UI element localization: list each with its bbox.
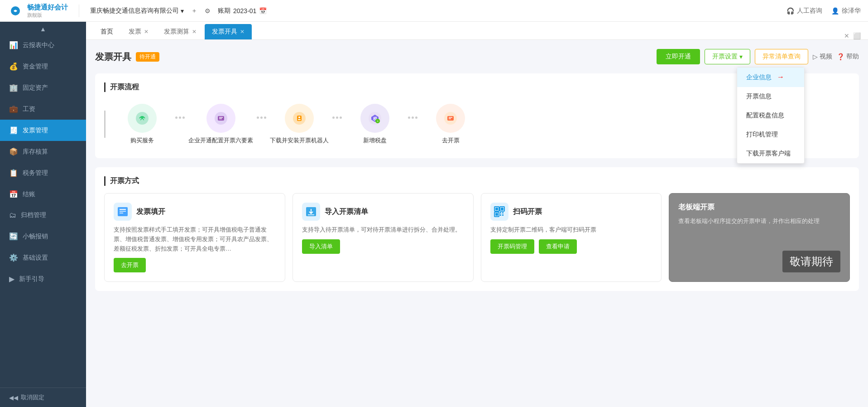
sidebar-item-label: 基础设置 <box>23 254 48 262</box>
sidebar-item-expense[interactable]: 🔄 小畅报销 <box>0 226 86 247</box>
go-invoice-button[interactable]: 去开票 <box>114 258 146 272</box>
close-tab-icon[interactable]: ✕ <box>240 29 245 35</box>
cancel-label: 取消固定 <box>21 393 44 402</box>
question-icon: ❓ <box>837 53 844 60</box>
add-company-button[interactable]: ＋ <box>191 7 197 15</box>
calendar-icon[interactable]: 📅 <box>259 7 267 15</box>
step-icon-3 <box>285 104 314 133</box>
maximize-icon[interactable]: ⬜ <box>853 32 861 39</box>
tabs-bar: 首页 发票 ✕ 发票测算 ✕ 发票开具 ✕ ✕ ⬜ <box>86 22 868 40</box>
sidebar-item-fixed-assets[interactable]: 🏢 固定资产 <box>0 77 86 98</box>
company-selector[interactable]: 重庆畅捷交通信息咨询有限公司 ▾ <box>90 7 184 15</box>
top-bar: 畅捷通好会计 旗舰版 重庆畅捷交通信息咨询有限公司 ▾ ＋ ⚙ 账期 2023-… <box>0 0 868 22</box>
sidebar-item-inventory[interactable]: 📦 库存核算 <box>0 141 86 162</box>
coming-soon-overlay: 敬请期待 <box>782 251 840 272</box>
view-apply-button[interactable]: 查看申请 <box>539 239 577 254</box>
svg-rect-4 <box>218 116 224 121</box>
page-title: 发票开具 <box>95 51 131 63</box>
help-button[interactable]: ❓ 帮助 <box>837 53 859 61</box>
closing-icon: 📅 <box>9 190 18 199</box>
chevron-down-icon: ▾ <box>181 7 184 15</box>
dropdown-item-download-client[interactable]: 下载开票客户端 <box>737 144 804 163</box>
method-actions-1: 去开票 <box>114 258 276 272</box>
video-button[interactable]: ▷ 视频 <box>813 53 832 61</box>
methods-section-title: 开票方式 <box>104 176 850 186</box>
gear-icon: ⚙ <box>205 7 211 15</box>
sidebar-item-archive[interactable]: 🗂 归档管理 <box>0 205 86 226</box>
tab-label: 发票开具 <box>212 28 237 36</box>
svg-text:+: + <box>377 120 379 123</box>
qr-manage-button[interactable]: 开票码管理 <box>490 239 534 254</box>
human-consult-label: 人工咨询 <box>797 7 822 15</box>
pin-icon: ◀◀ <box>9 394 18 401</box>
plus-icon: ＋ <box>191 7 197 15</box>
sidebar-item-invoice[interactable]: 🧾 发票管理 <box>0 120 86 141</box>
cancel-fixed-button[interactable]: ◀◀ 取消固定 <box>0 388 86 407</box>
step-icon-1 <box>128 104 157 133</box>
sidebar-item-guide[interactable]: ▶ 新手引导 <box>0 268 86 290</box>
import-list-button[interactable]: 导入清单 <box>302 239 340 254</box>
svg-point-9 <box>298 116 300 118</box>
step-icon-5 <box>436 104 465 133</box>
dropdown-label: 下载开票客户端 <box>746 150 791 157</box>
fixed-assets-icon: 🏢 <box>9 83 18 92</box>
sidebar-item-fund-management[interactable]: 💰 资金管理 <box>0 56 86 77</box>
sidebar-item-label: 工资 <box>23 105 35 113</box>
sidebar-item-cloud-report[interactable]: 📊 云报表中心 <box>0 34 86 56</box>
dropdown-label: 企业信息 <box>746 73 772 81</box>
close-tab-icon[interactable]: ✕ <box>144 29 149 35</box>
method-title-3: 扫码开票 <box>513 207 542 217</box>
user-profile-button[interactable]: 👤 徐泽华 <box>831 7 861 15</box>
tab-invoice-open[interactable]: 发票开具 ✕ <box>205 24 252 39</box>
dropdown-item-company[interactable]: 企业信息 → <box>737 68 804 87</box>
human-consult-button[interactable]: 🎧 人工咨询 <box>786 7 822 15</box>
method-header-2: 导入开票清单 <box>302 203 464 221</box>
coming-soon-text: 敬请期待 <box>782 251 840 272</box>
activate-button[interactable]: 立即开通 <box>657 49 700 64</box>
dropdown-item-printer[interactable]: 打印机管理 <box>737 125 804 144</box>
sidebar-item-label: 结账 <box>23 190 35 199</box>
tab-invoice[interactable]: 发票 ✕ <box>121 24 156 39</box>
invoice-settings-button[interactable]: 开票设置 ▾ <box>705 49 750 64</box>
flow-step-3: 下载并安装开票机器人 <box>270 104 329 145</box>
main-layout: ▲ 📊 云报表中心 💰 资金管理 🏢 固定资产 💼 工资 🧾 发票管理 📦 库存… <box>0 22 868 407</box>
tab-home[interactable]: 首页 <box>93 24 120 39</box>
tab-invoice-calc[interactable]: 发票测算 ✕ <box>157 24 204 39</box>
method-card-manual: 发票填开 支持按照发票样式手工填开发票；可开具增值税电子普通发票、增值税普通发票… <box>104 193 285 282</box>
method-card-scan: 扫码开票 支持定制开票二维码，客户端可扫码开票 开票码管理 查看申请 <box>481 193 662 282</box>
app-title: 畅捷通好会计 <box>27 3 68 12</box>
sidebar-scroll-up[interactable]: ▲ <box>0 22 86 34</box>
status-badge: 待开通 <box>136 52 159 62</box>
step-label-2: 企业开通配置开票六要素 <box>188 136 253 145</box>
close-tab-icon[interactable]: ✕ <box>192 29 197 35</box>
tab-label: 首页 <box>101 28 113 36</box>
sidebar-item-tax[interactable]: 📋 税务管理 <box>0 162 86 184</box>
method-desc-3: 支持定制开票二维码，客户端可扫码开票 <box>490 225 652 235</box>
chevron-down-icon: ▾ <box>739 53 743 60</box>
method-title-4: 老板端开票 <box>678 203 715 212</box>
step-label-3: 下载并安装开票机器人 <box>270 136 329 145</box>
anomaly-list-button[interactable]: 异常清单查询 <box>755 49 808 64</box>
svg-rect-33 <box>500 212 501 213</box>
tax-icon: 📋 <box>9 169 18 177</box>
salary-icon: 💼 <box>9 105 18 113</box>
settings-icon-button[interactable]: ⚙ <box>205 7 211 15</box>
methods-grid: 发票填开 支持按照发票样式手工填开发票；可开具增值税电子普通发票、增值税普通发票… <box>104 193 850 282</box>
svg-rect-32 <box>495 213 498 216</box>
step-label-1: 购买服务 <box>130 136 154 145</box>
flow-connector-1 <box>172 116 188 132</box>
sidebar-item-closing[interactable]: 📅 结账 <box>0 184 86 205</box>
sidebar-item-settings[interactable]: ⚙️ 基础设置 <box>0 247 86 268</box>
svg-rect-10 <box>298 119 301 120</box>
method-icon-2 <box>302 203 320 221</box>
window-controls: ✕ ⬜ <box>844 32 861 39</box>
expense-icon: 🔄 <box>9 232 18 241</box>
close-window-icon[interactable]: ✕ <box>844 32 849 39</box>
sidebar-item-salary[interactable]: 💼 工资 <box>0 98 86 120</box>
page-content: 发票开具 待开通 立即开通 开票设置 ▾ 异常清单查询 ▷ 视频 ❓ <box>86 40 868 407</box>
help-label: 帮助 <box>846 53 859 61</box>
sidebar: ▲ 📊 云报表中心 💰 资金管理 🏢 固定资产 💼 工资 🧾 发票管理 📦 库存… <box>0 22 86 407</box>
dropdown-label: 开票信息 <box>746 92 772 100</box>
dropdown-item-tax-config[interactable]: 配置税盘信息 <box>737 106 804 125</box>
dropdown-item-invoice-info[interactable]: 开票信息 <box>737 87 804 106</box>
